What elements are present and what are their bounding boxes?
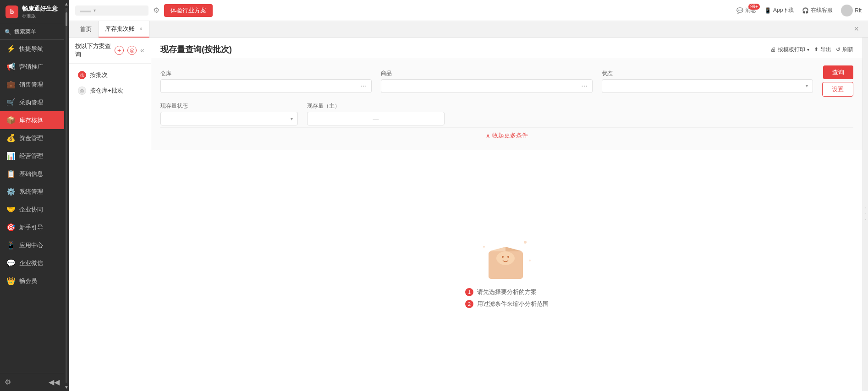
- inventory-icon: 📦: [6, 116, 16, 125]
- inventory-status-input[interactable]: ▾: [160, 112, 298, 125]
- filter-item-label: 按批次: [90, 71, 108, 79]
- topbar-search-box[interactable]: ▬▬ ▾: [75, 5, 148, 16]
- filter-settings-btn[interactable]: ◎: [127, 46, 137, 55]
- scroll-track: [66, 8, 67, 383]
- sidebar-item-marketing[interactable]: 📢 营销推广: [0, 58, 64, 76]
- goods-dots-icon[interactable]: ···: [581, 82, 587, 90]
- online-service-action[interactable]: 🎧 在线客服: [802, 6, 833, 14]
- print-btn[interactable]: 🖨 按模板打印 ▾: [770, 46, 809, 54]
- goods-field: 商品 ···: [381, 70, 592, 93]
- status-label: 状态: [602, 70, 813, 77]
- warehouse-input[interactable]: ···: [160, 79, 372, 93]
- warehouse-field: 仓库 ···: [160, 70, 372, 93]
- sidebar-item-label: 经营管理: [19, 152, 43, 160]
- sidebar-item-basics[interactable]: 📋 基础信息: [0, 165, 64, 183]
- search-icon: 🔍: [5, 29, 11, 35]
- topbar-dropdown-icon[interactable]: ▾: [93, 8, 96, 13]
- filter-item-by-warehouse-batch[interactable]: ◎ 按仓库+批次: [69, 83, 151, 98]
- online-service-icon: 🎧: [802, 7, 809, 14]
- finance-icon: 💰: [6, 134, 16, 142]
- page-close-btn[interactable]: ×: [849, 24, 863, 34]
- collapse-label: 收起更多条件: [492, 131, 528, 140]
- status-input[interactable]: ▾: [602, 79, 813, 93]
- svg-point-2: [502, 256, 504, 258]
- search-area: 仓库 ··· 商品 ···: [151, 59, 863, 150]
- status-arrow-icon: ▾: [806, 83, 808, 88]
- export-btn[interactable]: ⬆ 导出: [814, 46, 831, 54]
- sidebar-item-wechat[interactable]: 💬 企业微信: [0, 254, 64, 272]
- appstore-icon: 📱: [6, 241, 16, 250]
- tab-batch-account[interactable]: 库存批次账 ×: [99, 21, 149, 38]
- sidebar-item-system[interactable]: ⚙️ 系统管理: [0, 183, 64, 201]
- print-dropdown-icon[interactable]: ▾: [807, 47, 809, 52]
- empty-tip-1: 1 请先选择要分析的方案: [465, 288, 549, 296]
- filter-panel: 按以下方案查询 + ◎ « 按 按批次 ◎ 按仓库+批次: [69, 38, 151, 391]
- sidebar-item-label: 企业协同: [19, 206, 43, 214]
- sidebar-search[interactable]: 🔍 搜索菜单: [0, 24, 64, 40]
- user-profile[interactable]: Rit: [841, 5, 862, 16]
- warehouse-batch-icon: ◎: [78, 87, 86, 95]
- search-buttons: 查询 设置: [822, 65, 853, 97]
- sidebar-item-label: 应用中心: [19, 241, 43, 250]
- member-icon: 👑: [6, 277, 16, 285]
- inventory-main-dash: —: [371, 115, 381, 122]
- collapse-more-btn[interactable]: ∧ 收起更多条件: [160, 127, 853, 143]
- online-service-label: 在线客服: [811, 6, 833, 14]
- app-logo: b: [5, 5, 18, 18]
- filter-collapse-btn[interactable]: «: [140, 46, 144, 54]
- settings-icon[interactable]: ⚙: [5, 378, 11, 386]
- page-title-actions: 🖨 按模板打印 ▾ ⬆ 导出 ↺ 刷新: [770, 46, 853, 54]
- sidebar: b 畅康通好生意 标准版 🔍 搜索菜单 ⚡ 快捷导航 📢 营销推广 💼 销售管理…: [0, 0, 64, 391]
- right-panel-handle[interactable]: · · ·: [863, 38, 868, 391]
- scroll-up-arrow[interactable]: ▲: [64, 0, 69, 8]
- filter-item-by-batch[interactable]: 按 按批次: [69, 67, 151, 83]
- sidebar-item-operations[interactable]: 📊 经营管理: [0, 147, 64, 165]
- messages-action[interactable]: 💬 消息 99+: [736, 6, 756, 14]
- svg-point-1: [496, 251, 515, 265]
- sidebar-search-label: 搜索菜单: [14, 28, 36, 36]
- inventory-status-label: 现存量状态: [160, 102, 298, 110]
- user-name: Rit: [855, 7, 862, 14]
- sidebar-bottom: ⚙ ◀◀: [0, 373, 64, 391]
- industry-btn[interactable]: 体验行业方案: [164, 4, 213, 17]
- filter-add-btn[interactable]: +: [115, 46, 124, 55]
- sidebar-item-finance[interactable]: 💰 资金管理: [0, 129, 64, 147]
- sidebar-item-label: 基础信息: [19, 170, 43, 178]
- tab-home[interactable]: 首页: [73, 21, 99, 38]
- app-download-action[interactable]: 📱 App下载: [764, 6, 794, 14]
- filter-header-actions: + ◎ «: [115, 46, 144, 55]
- sidebar-item-guide[interactable]: 🎯 新手引导: [0, 218, 64, 236]
- sidebar-item-enterprise[interactable]: 🤝 企业协同: [0, 201, 64, 218]
- wechat-icon: 💬: [6, 259, 16, 267]
- sidebar-item-inventory[interactable]: 📦 库存核算: [0, 111, 64, 129]
- page-title-bar: 现存量查询(按批次) 🖨 按模板打印 ▾ ⬆ 导出 ↺ 刷新: [151, 38, 863, 59]
- svg-point-3: [507, 256, 509, 258]
- query-btn[interactable]: 查询: [823, 65, 853, 79]
- system-icon: ⚙️: [6, 187, 16, 196]
- svg-point-5: [483, 246, 485, 248]
- sidebar-item-purchase[interactable]: 🛒 采购管理: [0, 93, 64, 111]
- setup-btn[interactable]: 设置: [822, 82, 853, 97]
- refresh-btn[interactable]: ↺ 刷新: [836, 46, 853, 54]
- filter-item-label: 按仓库+批次: [90, 87, 123, 95]
- tip-num-2: 2: [465, 300, 473, 308]
- tab-close-btn[interactable]: ×: [139, 26, 143, 32]
- scroll-down-arrow[interactable]: ▼: [64, 383, 69, 391]
- sidebar-brand: 畅康通好生意 标准版: [22, 5, 58, 19]
- sidebar-item-label: 系统管理: [19, 188, 43, 196]
- sidebar-nav: ⚡ 快捷导航 📢 营销推广 💼 销售管理 🛒 采购管理 📦 库存核算 💰 资金管…: [0, 40, 64, 373]
- inventory-main-input[interactable]: —: [307, 112, 445, 125]
- inventory-status-arrow: ▾: [291, 116, 293, 121]
- goods-input[interactable]: ···: [381, 79, 592, 93]
- scroll-thumb: [66, 12, 67, 26]
- sidebar-item-quick-nav[interactable]: ⚡ 快捷导航: [0, 40, 64, 58]
- topbar-gear-icon[interactable]: ⚙: [153, 6, 159, 15]
- filter-items: 按 按批次 ◎ 按仓库+批次: [69, 64, 151, 102]
- collapse-icon: ∧: [486, 132, 490, 139]
- warehouse-dots-icon[interactable]: ···: [361, 82, 367, 90]
- collapse-sidebar-icon[interactable]: ◀◀: [49, 378, 60, 386]
- sidebar-item-appstore[interactable]: 📱 应用中心: [0, 236, 64, 254]
- tab-home-label: 首页: [80, 25, 92, 33]
- sidebar-item-member[interactable]: 👑 畅会员: [0, 272, 64, 290]
- sidebar-item-sales[interactable]: 💼 销售管理: [0, 76, 64, 93]
